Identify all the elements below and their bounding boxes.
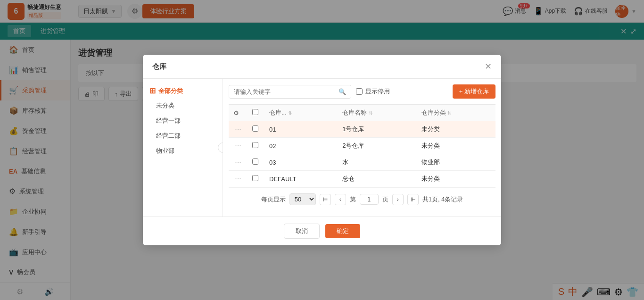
row-actions-button[interactable]: ··· (235, 125, 241, 133)
col-category: 仓库分类 ⇅ (417, 105, 495, 121)
col-checkbox (248, 105, 264, 121)
modal-body: ⊞ 全部分类 未分类 经营一部 经营二部 物业部 《 🔍 (143, 79, 501, 217)
first-page-button[interactable]: ⊨ (320, 194, 331, 205)
cell-category: 未分类 (417, 138, 495, 154)
sort-code-icon[interactable]: ⇅ (288, 110, 292, 116)
sort-name-icon[interactable]: ⇅ (369, 110, 372, 116)
col-code: 仓库... ⇅ (264, 105, 338, 121)
search-icon[interactable]: 🔍 (334, 85, 351, 98)
table-row[interactable]: ··· DEFAULT 总仓 未分类 (229, 171, 495, 187)
col-gear: ⚙ (229, 105, 248, 121)
show-disabled-checkbox[interactable] (356, 88, 363, 95)
pagination: 每页显示 50 100 ⊨ ‹ 第 页 › ⊩ 共1页, 4条记录 (229, 187, 495, 211)
next-page-button[interactable]: › (392, 194, 404, 205)
row-checkbox[interactable] (252, 175, 258, 181)
category-item-ops2[interactable]: 经营二部 (143, 128, 223, 143)
category-item-unclassified[interactable]: 未分类 (143, 98, 223, 113)
row-checkbox[interactable] (252, 125, 258, 132)
prev-page-button[interactable]: ‹ (335, 194, 346, 205)
row-actions-button[interactable]: ··· (235, 175, 241, 183)
cell-code: DEFAULT (264, 171, 338, 187)
modal-footer: 取消 确定 (143, 217, 501, 245)
search-input-wrap: 🔍 (229, 85, 351, 99)
modal-title: 仓库 (152, 62, 166, 71)
page-info: 共1页, 4条记录 (422, 195, 463, 204)
row-checkbox[interactable] (252, 158, 258, 165)
search-input[interactable] (229, 86, 334, 98)
select-all-checkbox[interactable] (252, 109, 258, 115)
cell-name: 2号仓库 (338, 138, 416, 154)
warehouse-modal: 仓库 ✕ ⊞ 全部分类 未分类 经营一部 经营二部 物业部 《 (143, 55, 501, 245)
cell-category: 物业部 (417, 154, 495, 171)
warehouse-table-container: ⚙ 仓库... ⇅ 仓库名称 ⇅ (229, 104, 495, 187)
category-item-ops1[interactable]: 经营一部 (143, 113, 223, 128)
sort-category-icon[interactable]: ⇅ (447, 110, 451, 116)
cell-code: 02 (264, 138, 338, 154)
add-warehouse-button[interactable]: + 新增仓库 (453, 84, 495, 99)
confirm-button[interactable]: 确定 (325, 224, 360, 238)
cancel-button[interactable]: 取消 (284, 224, 320, 239)
cell-category: 未分类 (417, 171, 495, 187)
table-toolbar: 🔍 显示停用 + 新增仓库 (229, 84, 495, 99)
cell-code: 01 (264, 121, 338, 138)
modal-overlay: 仓库 ✕ ⊞ 全部分类 未分类 经营一部 经营二部 物业部 《 (0, 0, 644, 300)
cell-name: 1号仓库 (338, 121, 416, 138)
table-row[interactable]: ··· 02 2号仓库 未分类 (229, 138, 495, 154)
modal-close-button[interactable]: ✕ (485, 61, 492, 72)
show-disabled-toggle[interactable]: 显示停用 (356, 87, 390, 96)
cell-category: 未分类 (417, 121, 495, 138)
row-checkbox[interactable] (252, 142, 258, 148)
table-row[interactable]: ··· 01 1号仓库 未分类 (229, 121, 495, 138)
per-page-select[interactable]: 50 100 (289, 193, 316, 205)
table-row[interactable]: ··· 03 水 物业部 (229, 154, 495, 171)
category-panel: ⊞ 全部分类 未分类 经营一部 经营二部 物业部 《 (143, 79, 223, 217)
modal-header: 仓库 ✕ (143, 55, 501, 79)
row-actions-button[interactable]: ··· (235, 158, 241, 166)
table-panel: 🔍 显示停用 + 新增仓库 ⚙ (223, 79, 501, 217)
grid-icon: ⊞ (149, 86, 156, 95)
row-actions-button[interactable]: ··· (235, 142, 241, 150)
cell-code: 03 (264, 154, 338, 171)
category-all[interactable]: ⊞ 全部分类 (143, 83, 223, 98)
page-number-input[interactable] (360, 194, 379, 205)
last-page-button[interactable]: ⊩ (407, 194, 419, 205)
category-item-property[interactable]: 物业部 (143, 143, 223, 158)
cell-name: 总仓 (338, 171, 416, 187)
col-name: 仓库名称 ⇅ (338, 105, 416, 121)
cell-name: 水 (338, 154, 416, 171)
warehouse-table: ⚙ 仓库... ⇅ 仓库名称 ⇅ (229, 104, 495, 187)
